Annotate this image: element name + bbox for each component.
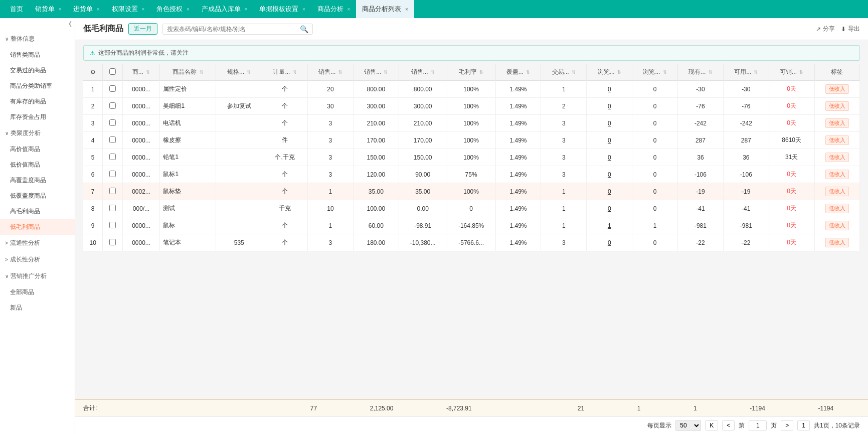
row-checkbox[interactable] xyxy=(103,200,122,217)
row-select-checkbox[interactable] xyxy=(109,239,116,245)
view1-link[interactable]: 0 xyxy=(608,205,611,212)
row-view1[interactable]: 0 xyxy=(587,200,632,217)
row-checkbox[interactable] xyxy=(103,217,122,234)
row-checkbox[interactable] xyxy=(103,81,122,98)
row-view1[interactable]: 0 xyxy=(587,115,632,132)
search-icon[interactable]: 🔍 xyxy=(300,25,308,33)
row-checkbox[interactable] xyxy=(103,149,122,166)
sidebar-item-high-coverage[interactable]: 高覆盖度商品 xyxy=(0,173,75,188)
select-all-checkbox[interactable] xyxy=(109,68,116,75)
sidebar-section-overview[interactable]: ∨ 整体信息 xyxy=(0,31,75,47)
col-sales-qty[interactable]: 销售... ⇅ xyxy=(308,64,354,81)
row-select-checkbox[interactable] xyxy=(109,154,116,160)
row-checkbox[interactable] xyxy=(103,132,122,149)
search-input[interactable] xyxy=(167,26,300,33)
row-view1[interactable]: 0 xyxy=(587,149,632,166)
close-icon[interactable]: × xyxy=(302,7,305,12)
row-view1[interactable]: 0 xyxy=(587,81,632,98)
nav-template-settings[interactable]: 单据模板设置 × xyxy=(253,0,311,18)
view1-link[interactable]: 0 xyxy=(608,137,611,144)
next-page-button[interactable]: > xyxy=(781,420,793,430)
view1-link[interactable]: 0 xyxy=(608,154,611,161)
view1-link[interactable]: 0 xyxy=(608,188,611,195)
export-button[interactable]: ⬇ 导出 xyxy=(841,25,860,33)
row-checkbox[interactable] xyxy=(103,234,122,251)
nav-analysis-list[interactable]: 商品分析列表 × xyxy=(356,0,414,18)
close-icon[interactable]: × xyxy=(245,7,248,12)
per-page-select[interactable]: 20 50 100 xyxy=(675,420,701,431)
sidebar-item-low-profit[interactable]: 低毛利商品 xyxy=(0,219,75,235)
row-checkbox[interactable] xyxy=(103,166,122,183)
col-coverage[interactable]: 覆盖... ⇅ xyxy=(495,64,541,81)
sidebar-section-marketing[interactable]: ∨ 营销推广分析 xyxy=(0,268,75,284)
nav-purchase[interactable]: 进货单 × xyxy=(67,0,105,18)
sidebar-item-low-value[interactable]: 低价值商品 xyxy=(0,157,75,173)
view1-link[interactable]: 0 xyxy=(608,120,611,127)
close-icon[interactable]: × xyxy=(347,7,350,12)
row-select-checkbox[interactable] xyxy=(109,119,116,126)
col-view1[interactable]: 浏览... ⇅ xyxy=(587,64,632,81)
sidebar-collapse-button[interactable]: 《 xyxy=(0,18,75,31)
view1-link[interactable]: 0 xyxy=(608,103,611,110)
page-number-input[interactable] xyxy=(749,420,767,430)
sidebar-section-growth[interactable]: > 成长性分析 xyxy=(0,251,75,268)
sidebar-section-liquidity[interactable]: > 流通性分析 xyxy=(0,235,75,251)
view1-link[interactable]: 0 xyxy=(608,239,611,246)
sidebar-item-high-value[interactable]: 高价值商品 xyxy=(0,141,75,157)
row-select-checkbox[interactable] xyxy=(109,188,116,194)
view1-link[interactable]: 1 xyxy=(608,222,611,229)
row-view1[interactable]: 0 xyxy=(587,166,632,183)
col-sellable[interactable]: 可销... ⇅ xyxy=(769,64,814,81)
prev-page-button[interactable]: < xyxy=(722,420,735,430)
close-icon[interactable]: × xyxy=(97,7,100,12)
sidebar-section-cluster[interactable]: ∨ 类聚度分析 xyxy=(0,125,75,141)
last-page-button[interactable]: 1 xyxy=(797,420,810,430)
row-select-checkbox[interactable] xyxy=(109,205,116,211)
col-spec[interactable]: 规格... ⇅ xyxy=(216,64,262,81)
nav-sales[interactable]: 销货单 × xyxy=(29,0,67,18)
sidebar-item-traded-goods[interactable]: 交易过的商品 xyxy=(0,63,75,78)
nav-product-entry[interactable]: 产成品入库单 × xyxy=(196,0,253,18)
row-view1[interactable]: 1 xyxy=(587,217,632,234)
row-select-checkbox[interactable] xyxy=(109,136,116,143)
row-select-checkbox[interactable] xyxy=(109,102,116,109)
first-page-button[interactable]: K xyxy=(705,420,718,430)
close-icon[interactable]: × xyxy=(187,7,190,12)
sidebar-item-new-goods[interactable]: 新品 xyxy=(0,300,75,316)
col-settings[interactable]: ⚙ xyxy=(83,64,103,81)
sidebar-item-sales-goods[interactable]: 销售类商品 xyxy=(0,47,75,63)
row-view1[interactable]: 0 xyxy=(587,132,632,149)
col-sales-amount[interactable]: 销售... ⇅ xyxy=(353,64,399,81)
row-view1[interactable]: 0 xyxy=(587,183,632,200)
close-icon[interactable]: × xyxy=(59,7,62,12)
col-gross-rate[interactable]: 毛利率 ⇅ xyxy=(447,64,495,81)
nav-permissions[interactable]: 权限设置 × xyxy=(106,0,150,18)
close-icon[interactable]: × xyxy=(405,7,408,12)
col-sales-profit[interactable]: 销售... ⇅ xyxy=(399,64,447,81)
date-filter-button[interactable]: 近一月 xyxy=(128,23,157,35)
col-current-stock[interactable]: 现有... ⇅ xyxy=(678,64,724,81)
view1-link[interactable]: 0 xyxy=(608,171,611,178)
row-select-checkbox[interactable] xyxy=(109,85,116,92)
nav-role-auth[interactable]: 角色授权 × xyxy=(150,0,195,18)
nav-home[interactable]: 首页 xyxy=(4,0,29,18)
col-transaction[interactable]: 交易... ⇅ xyxy=(541,64,587,81)
sidebar-item-category-rate[interactable]: 商品分类助销率 xyxy=(0,78,75,94)
sidebar-item-stock-capital[interactable]: 库存资金占用 xyxy=(0,109,75,125)
sidebar-item-high-profit[interactable]: 高毛利商品 xyxy=(0,204,75,219)
row-view1[interactable]: 0 xyxy=(587,234,632,251)
col-available[interactable]: 可用... ⇅ xyxy=(723,64,769,81)
sidebar-item-low-coverage[interactable]: 低覆盖度商品 xyxy=(0,188,75,204)
row-select-checkbox[interactable] xyxy=(109,171,116,177)
col-code[interactable]: 商... ⇅ xyxy=(122,64,160,81)
row-checkbox[interactable] xyxy=(103,183,122,200)
sidebar-item-all-goods[interactable]: 全部商品 xyxy=(0,284,75,300)
view1-link[interactable]: 0 xyxy=(608,86,611,93)
close-icon[interactable]: × xyxy=(142,7,145,12)
col-name[interactable]: 商品名称 ⇅ xyxy=(160,64,216,81)
col-unit[interactable]: 计量... ⇅ xyxy=(262,64,308,81)
row-view1[interactable]: 0 xyxy=(587,98,632,115)
row-checkbox[interactable] xyxy=(103,115,122,132)
sidebar-item-stocked-goods[interactable]: 有库存的商品 xyxy=(0,94,75,109)
row-checkbox[interactable] xyxy=(103,98,122,115)
